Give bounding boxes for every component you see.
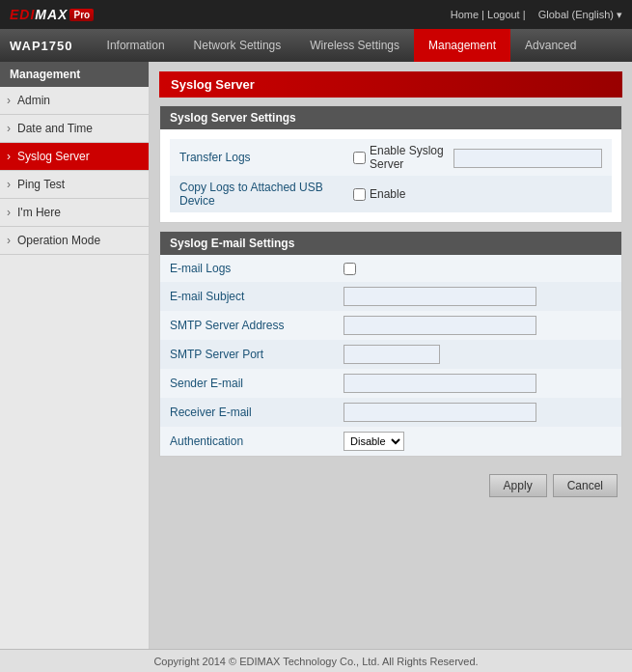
sender-email-control — [343, 374, 612, 393]
syslog-email-settings-section: Syslog E-mail Settings E-mail Logs E-mai… — [159, 231, 622, 457]
tab-advanced[interactable]: Advanced — [510, 29, 591, 62]
sender-email-row: Sender E-mail — [160, 369, 621, 398]
sidebar-item-operation-mode[interactable]: Operation Mode — [0, 227, 149, 255]
email-subject-row: E-mail Subject — [160, 282, 621, 311]
logo-edimax: EDIMAX — [10, 7, 68, 22]
sidebar-item-admin[interactable]: Admin — [0, 87, 149, 115]
top-nav-links: Home | Logout | Global (English) ▾ — [451, 9, 622, 21]
tab-network-settings[interactable]: Network Settings — [179, 29, 296, 62]
copy-logs-checkbox[interactable] — [353, 188, 366, 201]
email-subject-input[interactable] — [343, 287, 536, 306]
authentication-label: Authentication — [170, 434, 343, 448]
transfer-logs-label: Transfer Logs — [179, 151, 353, 164]
receiver-email-row: Receiver E-mail — [160, 398, 621, 427]
sidebar-item-im-here[interactable]: I'm Here — [0, 199, 149, 227]
footer: Copyright 2014 © EDIMAX Technology Co., … — [0, 649, 632, 672]
transfer-logs-input[interactable] — [453, 149, 602, 168]
tab-information[interactable]: Information — [93, 29, 179, 62]
sender-email-input[interactable] — [343, 374, 536, 393]
authentication-row: Authentication Disable Enable — [160, 427, 621, 456]
enable-syslog-label: Enable Syslog Server — [370, 144, 453, 171]
smtp-port-control — [343, 345, 612, 364]
apply-button[interactable]: Apply — [489, 474, 547, 497]
sidebar-header: Management — [0, 62, 149, 87]
transfer-logs-row: Transfer Logs Enable Syslog Server — [170, 139, 612, 176]
tab-management[interactable]: Management — [414, 29, 510, 62]
page-title: Syslog Server — [159, 71, 622, 98]
smtp-port-row: SMTP Server Port — [160, 340, 621, 369]
enable-syslog-checkbox[interactable] — [353, 152, 366, 164]
syslog-settings-header: Syslog Server Settings — [160, 106, 621, 129]
email-logs-control — [343, 263, 612, 275]
email-subject-label: E-mail Subject — [170, 290, 343, 303]
authentication-control: Disable Enable — [343, 432, 612, 451]
logo-pro: Pro — [69, 9, 94, 21]
sidebar-item-ping-test[interactable]: Ping Test — [0, 171, 149, 199]
email-logs-label: E-mail Logs — [170, 262, 343, 275]
nav-tabs: Information Network Settings Wireless Se… — [93, 29, 591, 62]
device-name: WAP1750 — [10, 39, 73, 53]
language-selector[interactable]: Global (English) ▾ — [538, 9, 622, 20]
sidebar: Management Admin Date and Time Syslog Se… — [0, 62, 150, 649]
smtp-port-label: SMTP Server Port — [170, 348, 343, 361]
separator2: | — [523, 9, 529, 20]
syslog-server-settings-section: Syslog Server Settings Transfer Logs Ena… — [159, 105, 622, 223]
logout-link[interactable]: Logout — [487, 9, 520, 20]
syslog-settings-body: Transfer Logs Enable Syslog Server Copy … — [160, 129, 621, 222]
main-nav: WAP1750 Information Network Settings Wir… — [0, 29, 632, 62]
copy-logs-enable-label: Enable — [370, 187, 405, 201]
button-row: Apply Cancel — [159, 464, 622, 507]
smtp-address-row: SMTP Server Address — [160, 311, 621, 340]
email-settings-header: Syslog E-mail Settings — [160, 232, 621, 255]
content-wrapper: Management Admin Date and Time Syslog Se… — [0, 62, 632, 649]
receiver-email-input[interactable] — [343, 403, 536, 422]
top-header: EDIMAX Pro Home | Logout | Global (Engli… — [0, 0, 632, 29]
email-logs-row: E-mail Logs — [160, 255, 621, 282]
copy-logs-label: Copy Logs to Attached USB Device — [179, 181, 353, 208]
sidebar-item-date-and-time[interactable]: Date and Time — [0, 115, 149, 143]
copy-logs-control: Enable — [353, 187, 602, 201]
cancel-button[interactable]: Cancel — [553, 474, 618, 497]
home-link[interactable]: Home — [451, 9, 479, 20]
receiver-email-control — [343, 403, 612, 422]
smtp-port-input[interactable] — [343, 345, 440, 364]
sender-email-label: Sender E-mail — [170, 377, 343, 390]
email-settings-body: E-mail Logs E-mail Subject SMTP Server A… — [160, 255, 621, 456]
smtp-address-control — [343, 316, 612, 335]
copy-logs-row: Copy Logs to Attached USB Device Enable — [170, 176, 612, 212]
email-subject-control — [343, 287, 612, 306]
tab-wireless-settings[interactable]: Wireless Settings — [295, 29, 414, 62]
smtp-address-input[interactable] — [343, 316, 536, 335]
logo-area: EDIMAX Pro — [10, 7, 94, 22]
sidebar-item-syslog-server[interactable]: Syslog Server — [0, 143, 149, 171]
transfer-logs-control: Enable Syslog Server — [353, 144, 602, 171]
email-logs-checkbox[interactable] — [343, 263, 356, 275]
main-content: Syslog Server Syslog Server Settings Tra… — [150, 62, 632, 649]
smtp-address-label: SMTP Server Address — [170, 319, 343, 332]
copyright-text: Copyright 2014 © EDIMAX Technology Co., … — [153, 656, 478, 667]
receiver-email-label: Receiver E-mail — [170, 406, 343, 419]
authentication-select[interactable]: Disable Enable — [343, 432, 404, 451]
